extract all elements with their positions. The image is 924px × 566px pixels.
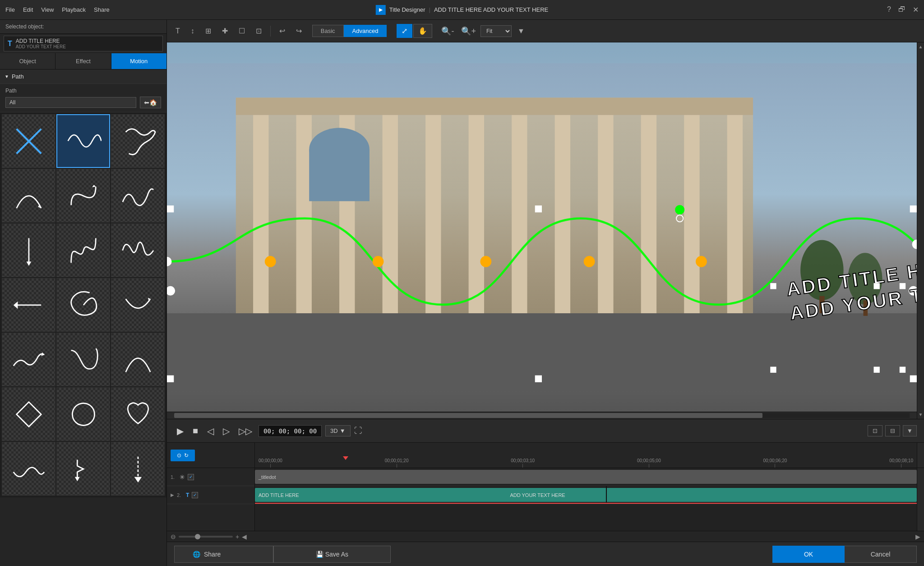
fast-forward-button[interactable]: ▷▷ bbox=[236, 425, 255, 437]
path-dropdown[interactable]: All None Straight Wave Spiral bbox=[5, 97, 136, 108]
restore-button[interactable]: 🗗 bbox=[898, 5, 906, 14]
crop-button[interactable]: ⊡ bbox=[252, 24, 266, 37]
path-flow[interactable] bbox=[2, 333, 55, 386]
anchor-button[interactable]: ✚ bbox=[218, 24, 232, 37]
path-loopy[interactable] bbox=[111, 223, 165, 277]
track-scroll-v[interactable] bbox=[917, 468, 924, 531]
path-snake[interactable] bbox=[111, 114, 165, 168]
fullscreen-button[interactable]: ⛶ bbox=[354, 426, 362, 436]
path-circle-icon bbox=[65, 396, 102, 433]
timeline-expand-button[interactable]: ⊟ bbox=[885, 425, 900, 436]
play-button[interactable]: ▶ bbox=[174, 425, 186, 437]
timeline-scroll-v[interactable] bbox=[917, 443, 924, 468]
path-bigcurve[interactable] bbox=[111, 333, 165, 386]
stop-button[interactable]: ■ bbox=[190, 425, 201, 437]
path-arrow-left[interactable] bbox=[2, 278, 55, 332]
timeline-bottom: ⊖ + ◀ ▶ bbox=[167, 531, 924, 542]
move-down-button[interactable]: ↕ bbox=[187, 25, 199, 37]
menu-bar[interactable]: File Edit View Playback Share bbox=[5, 6, 110, 13]
path-arrow-down[interactable] bbox=[111, 442, 165, 496]
path-wave-bottom[interactable] bbox=[2, 442, 55, 496]
tab-object[interactable]: Object bbox=[0, 53, 55, 69]
text-tool-button[interactable]: T bbox=[171, 25, 184, 37]
timeline-top: ⊙ ↻ 00;00;00;00 00;00;01;20 bbox=[167, 443, 924, 468]
left-panel: Selected object: T ADD TITLE HERE ADD YO… bbox=[0, 20, 167, 566]
track-check-1[interactable]: ✓ bbox=[188, 474, 194, 480]
window-controls[interactable]: ? 🗗 ✕ bbox=[887, 5, 919, 14]
svg-point-37 bbox=[584, 256, 595, 267]
timeline-minus-button[interactable]: ⊖ bbox=[171, 533, 176, 540]
undo-button[interactable]: ↩ bbox=[275, 24, 289, 37]
h-scroll-thumb[interactable] bbox=[174, 413, 762, 418]
track-clip-titledot[interactable]: _titledot bbox=[255, 470, 917, 484]
svg-point-48 bbox=[167, 287, 175, 295]
preview-h-scrollbar[interactable] bbox=[167, 412, 917, 419]
preview-scroll-v[interactable]: ▲ ▼ bbox=[917, 42, 924, 419]
tab-motion[interactable]: Motion bbox=[111, 53, 166, 69]
timeline-frame-button[interactable]: ⊡ bbox=[868, 425, 882, 436]
share-button[interactable]: 🌐 Share bbox=[174, 546, 273, 563]
path-wave[interactable] bbox=[56, 114, 110, 168]
timeline-prev-button[interactable]: ◀ bbox=[242, 533, 247, 540]
path-heart[interactable] bbox=[111, 387, 165, 441]
svg-rect-60 bbox=[873, 283, 879, 289]
right-area: T ↕ ⊞ ✚ ☐ ⊡ ↩ ↪ Basic Advanced ⤢ ✋ 🔍- 🔍+… bbox=[167, 20, 924, 566]
playback-mode-selector[interactable]: 3D ▼ bbox=[325, 425, 351, 436]
path-none[interactable] bbox=[2, 114, 55, 168]
preview-area: ▲ ▼ bbox=[167, 42, 924, 419]
path-zigzag[interactable] bbox=[111, 169, 165, 223]
track-check-2[interactable]: ✓ bbox=[192, 492, 198, 498]
zoom-in-button[interactable]: 🔍+ bbox=[458, 25, 479, 37]
ruler-mark-1: 00;00;01;20 bbox=[385, 458, 409, 468]
cursor-tools: ⤢ ✋ bbox=[397, 24, 432, 38]
path-circle[interactable] bbox=[56, 387, 110, 441]
track-expand-icon[interactable]: ▶ bbox=[171, 492, 174, 497]
menu-playback[interactable]: Playback bbox=[62, 6, 86, 13]
close-button[interactable]: ✕ bbox=[913, 5, 919, 14]
collapse-timeline-button[interactable]: ▼ bbox=[903, 425, 917, 436]
menu-share[interactable]: Share bbox=[94, 6, 110, 13]
menu-edit[interactable]: Edit bbox=[23, 6, 33, 13]
timeline-zoom-slider[interactable] bbox=[179, 536, 233, 538]
selected-text-line2: ADD YOUR TEXT HERE bbox=[16, 44, 66, 49]
tab-effect[interactable]: Effect bbox=[55, 53, 111, 69]
next-frame-button[interactable]: ▷ bbox=[220, 425, 232, 437]
basic-mode-button[interactable]: Basic bbox=[312, 25, 344, 37]
cancel-button[interactable]: Cancel bbox=[845, 546, 917, 563]
zoom-dropdown-button[interactable]: ▼ bbox=[513, 25, 529, 37]
scroll-up-arrow-icon[interactable]: ▲ bbox=[917, 42, 924, 51]
path-smooth[interactable] bbox=[56, 333, 110, 386]
select-cursor-button[interactable]: ⤢ bbox=[397, 24, 412, 38]
path-diamond[interactable] bbox=[2, 387, 55, 441]
prev-frame-button[interactable]: ◁ bbox=[204, 425, 217, 437]
preview-button[interactable]: ☐ bbox=[235, 24, 249, 37]
path-s-curve[interactable] bbox=[56, 169, 110, 223]
redo-button[interactable]: ↪ bbox=[292, 24, 306, 37]
path-wavy2[interactable] bbox=[56, 223, 110, 277]
path-load-button[interactable]: ⬅🏠 bbox=[140, 97, 161, 108]
svg-marker-7 bbox=[13, 301, 18, 308]
track-clip-title2[interactable]: ADD YOUR TEXT HERE bbox=[506, 488, 917, 502]
timeline-add-button[interactable]: + bbox=[236, 533, 239, 540]
advanced-mode-button[interactable]: Advanced bbox=[344, 25, 387, 37]
path-vertical[interactable] bbox=[2, 223, 55, 277]
path-curve3[interactable] bbox=[111, 278, 165, 332]
path-swirl[interactable] bbox=[56, 278, 110, 332]
path-curve1[interactable] bbox=[2, 169, 55, 223]
zoom-select[interactable]: Fit 50% 100% 200% bbox=[480, 25, 512, 37]
path-diamond-icon bbox=[10, 396, 47, 433]
scroll-down-arrow-icon[interactable]: ▼ bbox=[917, 410, 924, 419]
timeline-ruler-area: 00;00;00;00 00;00;01;20 00;00;03;10 bbox=[255, 443, 917, 468]
timeline-next-button[interactable]: ▶ bbox=[915, 533, 920, 540]
path-wave-icon bbox=[65, 123, 102, 159]
help-button[interactable]: ? bbox=[887, 5, 891, 14]
save-as-button[interactable]: 💾 Save As bbox=[273, 546, 391, 563]
pan-cursor-button[interactable]: ✋ bbox=[413, 24, 432, 38]
ok-button[interactable]: OK bbox=[772, 546, 845, 563]
menu-file[interactable]: File bbox=[5, 6, 15, 13]
menu-view[interactable]: View bbox=[41, 6, 54, 13]
path-bracket[interactable] bbox=[56, 442, 110, 496]
path-section-header[interactable]: ▼ Path bbox=[0, 70, 166, 84]
transform-button[interactable]: ⊞ bbox=[201, 24, 215, 37]
zoom-out-button[interactable]: 🔍- bbox=[439, 25, 457, 37]
